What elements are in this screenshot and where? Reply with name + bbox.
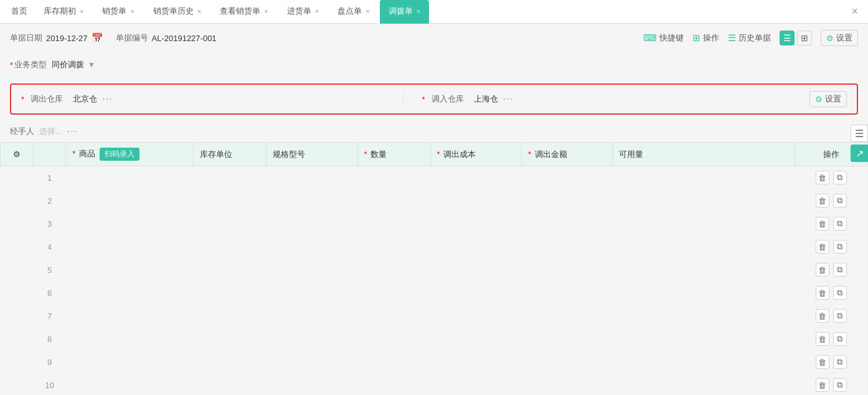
col-product-label: 商品 — [79, 149, 95, 158]
col-qty-label: 数量 — [370, 150, 387, 159]
row-product-cell[interactable] — [66, 166, 194, 189]
copy-row-button[interactable]: ⧉ — [833, 378, 847, 392]
row-qty-cell[interactable] — [357, 328, 430, 351]
row-cost-cell[interactable] — [430, 351, 521, 374]
tab-inventory[interactable]: 盘点单 × — [329, 0, 378, 24]
history-icon: ☰ — [728, 32, 736, 44]
tab-sales-order[interactable]: 销货单 × — [93, 0, 143, 24]
warehouse-out-more-button[interactable]: ··· — [102, 93, 112, 105]
gear-col-icon[interactable]: ⚙ — [13, 150, 21, 159]
doc-value: AL-20191227-001 — [152, 34, 217, 43]
col-product-header: 商品 扫码录入 — [66, 143, 194, 166]
delete-row-button[interactable]: 🗑 — [816, 332, 829, 346]
copy-row-button[interactable]: ⧉ — [833, 355, 847, 369]
row-num-cell: 9 — [33, 351, 66, 374]
tab-transfer-label: 调拨单 — [389, 6, 413, 17]
operations-button[interactable]: ⊞ 操作 — [692, 32, 719, 44]
row-cost-cell[interactable] — [430, 328, 521, 351]
row-op-cell: 🗑 ⧉ — [795, 212, 867, 236]
tab-purchase[interactable]: 进货单 × — [278, 0, 328, 24]
calendar-icon[interactable]: 📅 — [92, 32, 103, 44]
history-button[interactable]: ☰ 历史单据 — [728, 32, 771, 44]
copy-row-button[interactable]: ⧉ — [833, 332, 847, 346]
layout-list-button[interactable]: ☰ — [780, 31, 795, 45]
warehouse-in-more-button[interactable]: ··· — [503, 93, 513, 105]
row-cost-cell[interactable] — [430, 189, 521, 212]
row-product-cell[interactable] — [66, 236, 194, 259]
row-qty-cell[interactable] — [357, 189, 430, 212]
row-cost-cell[interactable] — [430, 212, 521, 236]
setting-button[interactable]: ⚙ 设置 — [821, 30, 858, 46]
copy-row-button[interactable]: ⧉ — [833, 286, 847, 300]
row-product-cell[interactable] — [66, 282, 194, 305]
row-cost-cell[interactable] — [430, 305, 521, 328]
delete-row-button[interactable]: 🗑 — [816, 286, 829, 300]
row-gear-cell — [1, 351, 34, 374]
handler-more-button[interactable]: ··· — [67, 126, 77, 137]
delete-row-button[interactable]: 🗑 — [816, 378, 829, 392]
copy-row-button[interactable]: ⧉ — [833, 309, 847, 323]
tab-sales-history[interactable]: 销货单历史 × — [144, 0, 210, 24]
copy-row-button[interactable]: ⧉ — [833, 263, 847, 277]
tab-transfer-close[interactable]: × — [417, 7, 420, 15]
row-product-cell[interactable] — [66, 305, 194, 328]
row-qty-cell[interactable] — [357, 282, 430, 305]
tab-stock-init-close[interactable]: × — [80, 7, 83, 15]
tab-home[interactable]: 首页 — [5, 0, 34, 24]
float-list-button[interactable]: ☰ — [851, 125, 868, 142]
handler-input[interactable]: 选择... — [39, 126, 62, 137]
row-cost-cell[interactable] — [430, 236, 521, 259]
business-type-required-star: * — [10, 60, 13, 70]
row-product-cell[interactable] — [66, 351, 194, 374]
row-cost-cell[interactable] — [430, 374, 521, 396]
row-product-cell[interactable] — [66, 259, 194, 282]
operations-label: 操作 — [703, 32, 719, 44]
row-qty-cell[interactable] — [357, 212, 430, 236]
window-close-button[interactable]: × — [846, 5, 863, 18]
tab-stock-init[interactable]: 库存期初 × — [35, 0, 92, 24]
row-cost-cell[interactable] — [430, 166, 521, 189]
tab-view-sales[interactable]: 查看销货单 × — [211, 0, 276, 24]
row-qty-cell[interactable] — [357, 305, 430, 328]
row-product-cell[interactable] — [66, 212, 194, 236]
copy-row-button[interactable]: ⧉ — [833, 171, 847, 184]
row-qty-cell[interactable] — [357, 374, 430, 396]
delete-row-button[interactable]: 🗑 — [816, 194, 829, 207]
copy-row-button[interactable]: ⧉ — [833, 240, 847, 254]
tab-sales-history-close[interactable]: × — [197, 7, 201, 15]
operations-icon: ⊞ — [692, 32, 701, 44]
row-qty-cell[interactable] — [357, 259, 430, 282]
row-avail-cell — [613, 282, 795, 305]
delete-row-button[interactable]: 🗑 — [816, 263, 829, 277]
row-qty-cell[interactable] — [357, 166, 430, 189]
layout-grid-button[interactable]: ⊞ — [797, 31, 812, 45]
row-cost-cell[interactable] — [430, 282, 521, 305]
tab-view-sales-close[interactable]: × — [264, 7, 268, 15]
row-op-cell: 🗑 ⧉ — [795, 236, 867, 259]
row-product-cell[interactable] — [66, 374, 194, 396]
tab-sales-order-label: 销货单 — [102, 6, 126, 17]
row-product-cell[interactable] — [66, 328, 194, 351]
col-spec-header: 规格型号 — [267, 143, 357, 166]
delete-row-button[interactable]: 🗑 — [816, 240, 829, 254]
tab-inventory-close[interactable]: × — [366, 7, 369, 15]
business-type-chevron[interactable]: ▼ — [88, 60, 95, 69]
delete-row-button[interactable]: 🗑 — [816, 217, 829, 231]
tab-transfer[interactable]: 调拨单 × — [380, 0, 429, 24]
tab-purchase-close[interactable]: × — [315, 7, 319, 15]
row-qty-cell[interactable] — [357, 236, 430, 259]
copy-row-button[interactable]: ⧉ — [833, 194, 847, 207]
warehouse-setting-button[interactable]: ⚙ 设置 — [809, 91, 847, 107]
copy-row-button[interactable]: ⧉ — [833, 217, 847, 231]
delete-row-button[interactable]: 🗑 — [816, 309, 829, 323]
delete-row-button[interactable]: 🗑 — [816, 355, 829, 369]
row-qty-cell[interactable] — [357, 351, 430, 374]
delete-row-button[interactable]: 🗑 — [816, 171, 829, 184]
float-export-button[interactable]: ↗ — [851, 145, 868, 162]
business-type-select[interactable]: 同价调拨 ▼ — [52, 59, 95, 70]
row-cost-cell[interactable] — [430, 259, 521, 282]
scan-button[interactable]: 扫码录入 — [100, 148, 139, 161]
row-product-cell[interactable] — [66, 189, 194, 212]
tab-sales-order-close[interactable]: × — [130, 7, 134, 15]
shortcuts-button[interactable]: ⌨ 快捷键 — [643, 32, 684, 44]
